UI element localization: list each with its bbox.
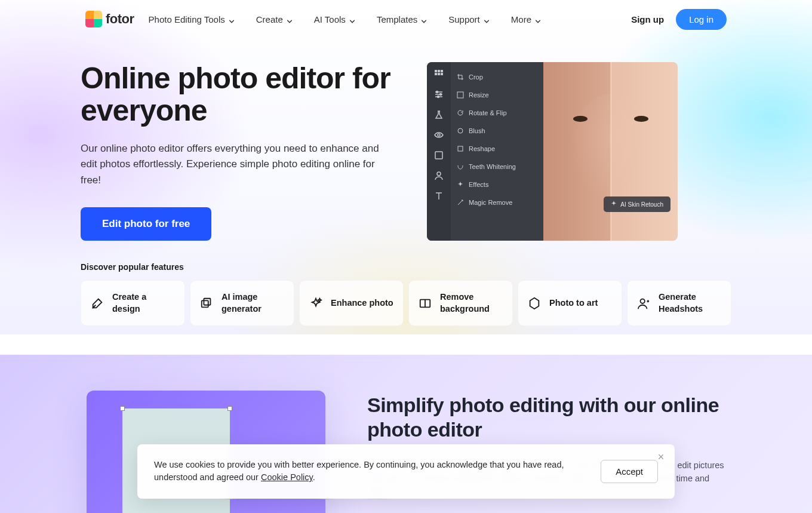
grid-icon <box>434 69 444 79</box>
svg-point-8 <box>438 96 439 98</box>
svg-rect-2 <box>441 70 443 72</box>
rotate-icon <box>457 109 464 116</box>
logo-icon <box>85 11 102 27</box>
tool-reshape: Reshape <box>451 140 543 158</box>
nav-support[interactable]: Support <box>448 14 490 24</box>
header: fotor Photo Editing Tools Create AI Tool… <box>81 0 731 38</box>
tool-label: Blush <box>469 127 485 134</box>
flask-icon <box>434 110 444 119</box>
nav-create[interactable]: Create <box>256 14 293 24</box>
nav-label: Support <box>448 14 480 24</box>
svg-rect-5 <box>441 73 443 75</box>
tool-blush: Blush <box>451 122 543 140</box>
svg-rect-3 <box>435 73 437 75</box>
tool-label: Resize <box>469 91 489 99</box>
resize-icon <box>457 91 464 99</box>
feature-label: Generate Headshots <box>659 291 721 315</box>
svg-point-13 <box>458 128 463 133</box>
editor-sidebar <box>427 62 451 241</box>
tool-label: Reshape <box>469 145 495 152</box>
hex-icon <box>528 297 541 310</box>
feature-photo-to-art[interactable]: Photo to art <box>518 280 622 326</box>
blush-icon <box>457 127 464 134</box>
tool-rotate: Rotate & Flip <box>451 104 543 122</box>
crop-icon <box>457 73 464 81</box>
svg-rect-4 <box>438 73 440 75</box>
feature-generate-headshots[interactable]: Generate Headshots <box>627 280 731 326</box>
feature-enhance-photo[interactable]: Enhance photo <box>299 280 404 326</box>
auth-actions: Sign up Log in <box>631 9 727 30</box>
ai-skin-retouch-badge: AI Skin Retouch <box>604 196 670 212</box>
chevron-down-icon <box>287 16 293 22</box>
section-simplify-title: Simplify photo editing with our online p… <box>367 393 731 442</box>
chevron-down-icon <box>421 16 427 22</box>
split-icon <box>419 297 432 310</box>
nav-templates[interactable]: Templates <box>377 14 427 24</box>
editor-mockup: Crop Resize Rotate & Flip Blush Reshape … <box>427 62 543 241</box>
chevron-down-icon <box>349 16 355 22</box>
nav-ai-tools[interactable]: AI Tools <box>314 14 355 24</box>
main-nav: Photo Editing Tools Create AI Tools Temp… <box>149 14 632 24</box>
nav-label: More <box>511 14 531 24</box>
svg-rect-0 <box>435 70 437 72</box>
cookie-policy-link[interactable]: Cookie Policy <box>261 472 313 482</box>
svg-rect-10 <box>435 152 442 159</box>
svg-rect-12 <box>457 92 463 98</box>
hero-title: Online photo editor for everyone <box>81 62 403 127</box>
svg-point-7 <box>440 94 442 96</box>
text-icon <box>434 191 444 201</box>
tool-effects: Effects <box>451 176 543 193</box>
effects-icon <box>457 181 464 188</box>
tool-crop: Crop <box>451 68 543 86</box>
feature-label: Enhance photo <box>331 297 393 309</box>
section-simplify-para2: From basic adjustments like photo croppi… <box>367 511 731 513</box>
svg-point-9 <box>438 134 440 136</box>
person-icon <box>434 171 444 180</box>
edit-photo-cta-button[interactable]: Edit photo for free <box>81 207 211 241</box>
svg-rect-1 <box>438 70 440 72</box>
face-preview: AI Skin Retouch <box>543 62 678 241</box>
svg-point-18 <box>641 299 645 303</box>
signup-link[interactable]: Sign up <box>631 14 664 24</box>
square-icon <box>434 150 444 160</box>
sparkle-icon <box>611 201 617 208</box>
logo-text: fotor <box>106 11 134 27</box>
tool-teeth: Teeth Whitening <box>451 158 543 176</box>
close-icon[interactable]: × <box>656 451 666 462</box>
cookie-accept-button[interactable]: Accept <box>601 460 658 483</box>
svg-rect-14 <box>458 146 463 151</box>
feature-create-design[interactable]: Create a design <box>81 280 185 326</box>
nav-label: Create <box>256 14 283 24</box>
svg-point-6 <box>436 91 438 93</box>
tool-label: Crop <box>469 73 483 81</box>
hero-description: Our online photo editor offers everythin… <box>81 141 391 188</box>
hero-content: Online photo editor for everyone Our onl… <box>81 62 403 241</box>
login-button[interactable]: Log in <box>676 9 727 30</box>
features-row: Create a design AI image generator Enhan… <box>81 280 731 326</box>
chevron-down-icon <box>229 16 235 22</box>
cookie-text-pre: We use cookies to provide you with bette… <box>154 460 564 483</box>
nav-photo-editing-tools[interactable]: Photo Editing Tools <box>149 14 235 24</box>
feature-label: AI image generator <box>222 291 284 315</box>
hero: Online photo editor for everyone Our onl… <box>81 38 731 241</box>
svg-point-11 <box>437 172 441 176</box>
person-icon <box>637 297 650 310</box>
magic-icon <box>457 199 464 206</box>
sparkle-icon <box>309 297 322 310</box>
layers-icon <box>200 297 213 310</box>
feature-remove-background[interactable]: Remove background <box>408 280 513 326</box>
tool-resize: Resize <box>451 86 543 104</box>
feature-ai-image-generator[interactable]: AI image generator <box>190 280 294 326</box>
logo[interactable]: fotor <box>85 11 134 27</box>
tool-label: Teeth Whitening <box>469 163 516 170</box>
feature-label: Remove background <box>440 291 503 315</box>
cookie-banner: × We use cookies to provide you with bet… <box>137 444 675 499</box>
tool-magic-remove: Magic Remove <box>451 193 543 211</box>
design-icon <box>91 297 104 310</box>
eye-icon <box>434 130 444 140</box>
sliders-icon <box>434 90 444 99</box>
nav-more[interactable]: More <box>511 14 541 24</box>
chevron-down-icon <box>535 16 541 22</box>
nav-label: AI Tools <box>314 14 346 24</box>
chevron-down-icon <box>484 16 490 22</box>
